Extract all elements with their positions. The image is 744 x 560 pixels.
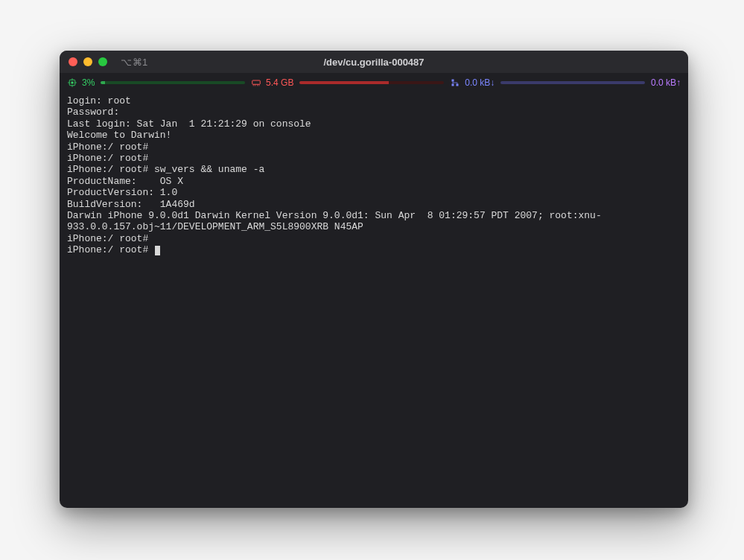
terminal-line: ProductName: OS X — [67, 176, 183, 187]
net-down-value: 0.0 kB↓ — [465, 77, 495, 88]
memory-bar — [299, 81, 444, 84]
titlebar[interactable]: ⌥⌘1 /dev/cu.gorilla-000487 — [60, 51, 688, 73]
terminal-line: Last login: Sat Jan 1 21:21:29 on consol… — [67, 118, 311, 130]
zoom-button[interactable] — [98, 57, 107, 66]
minimize-button[interactable] — [83, 57, 92, 66]
cpu-icon — [67, 77, 77, 88]
window-title: /dev/cu.gorilla-000487 — [60, 57, 688, 68]
terminal-line: ProductVersion: 1.0 — [67, 187, 177, 198]
svg-rect-1 — [71, 82, 74, 84]
net-up-stat: 0.0 kB↑ — [651, 77, 681, 88]
terminal-line: iPhone:/ root# — [67, 233, 148, 244]
memory-stat: 5.4 GB — [251, 77, 293, 88]
svg-rect-12 — [452, 84, 454, 86]
terminal-line: Welcome to Darwin! — [67, 130, 171, 141]
net-down-stat: 0.0 kB↓ — [450, 77, 495, 88]
terminal-cursor — [155, 246, 160, 255]
network-icon — [450, 77, 460, 88]
terminal-line: Password: — [67, 106, 119, 118]
cpu-value: 3% — [82, 77, 95, 88]
terminal-line: Darwin iPhone 9.0.0d1 Darwin Kernel Vers… — [67, 210, 602, 232]
svg-rect-13 — [457, 84, 459, 86]
svg-rect-11 — [452, 80, 454, 82]
cpu-bar — [101, 81, 245, 84]
memory-value: 5.4 GB — [266, 77, 293, 88]
svg-rect-6 — [252, 80, 261, 84]
terminal-output[interactable]: login: root Password: Last login: Sat Ja… — [60, 92, 688, 508]
terminal-line: iPhone:/ root# sw_vers && uname -a — [67, 164, 264, 175]
memory-icon — [251, 77, 261, 88]
terminal-window: ⌥⌘1 /dev/cu.gorilla-000487 3% 5.4 GB 0.0… — [60, 51, 688, 508]
window-controls — [69, 57, 107, 66]
terminal-line: iPhone:/ root# — [67, 153, 148, 164]
net-up-value: 0.0 kB↑ — [651, 77, 681, 88]
close-button[interactable] — [69, 57, 77, 66]
terminal-line: iPhone:/ root# — [67, 244, 154, 255]
terminal-line: login: root — [67, 95, 131, 106]
terminal-line: BuildVersion: 1A469d — [67, 199, 195, 210]
net-down-bar — [500, 81, 645, 84]
tab-shortcut-label: ⌥⌘1 — [121, 57, 148, 68]
status-bar: 3% 5.4 GB 0.0 kB↓ 0.0 kB↑ — [60, 73, 688, 92]
terminal-line: iPhone:/ root# — [67, 141, 148, 153]
cpu-stat: 3% — [67, 77, 95, 88]
